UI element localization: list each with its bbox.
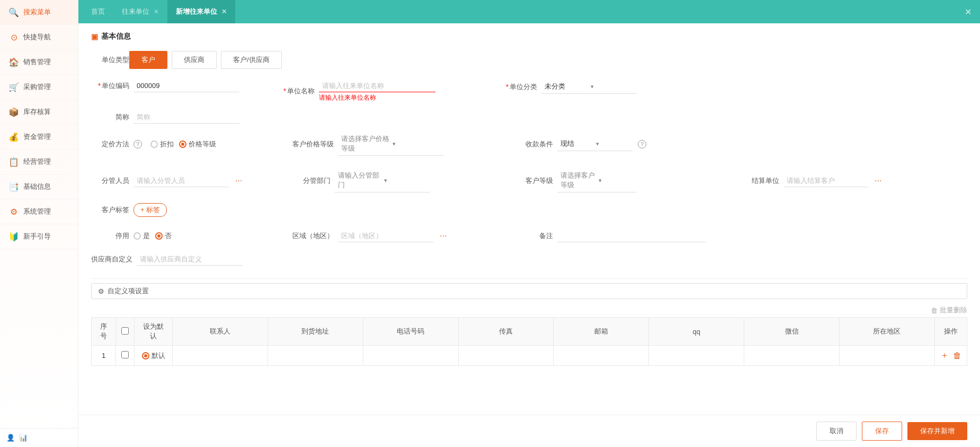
tab-partners-close[interactable]: ✕ — [154, 8, 159, 15]
cell-seq: 1 — [92, 346, 116, 366]
batch-bar: 🗑 批量删除 — [91, 305, 967, 315]
row-manager: 分管人员 ··· 分管部门 请输入分管部门 ▾ 客户等级 请选择客户等级 ▾ 结… — [91, 169, 967, 192]
manager-more-icon[interactable]: ··· — [233, 176, 244, 186]
select-all-checkbox[interactable] — [121, 327, 129, 335]
no-radio-dot — [155, 232, 163, 240]
field-manager: 分管人员 ··· — [91, 174, 292, 187]
region-input[interactable] — [338, 230, 433, 242]
sidebar-item-sales[interactable]: 🏠 销售管理 — [0, 50, 78, 75]
settlement-more-icon[interactable]: ··· — [872, 176, 884, 186]
tab-new-partner-close[interactable]: ✕ — [221, 8, 227, 15]
settlement-unit-input[interactable] — [783, 174, 868, 187]
area-input[interactable] — [845, 352, 929, 360]
sidebar-item-label: 资金管理 — [23, 132, 51, 142]
qq-input[interactable] — [654, 352, 738, 360]
inventory-icon: 📦 — [8, 107, 19, 117]
pricing-radio-discount[interactable]: 折扣 — [150, 139, 174, 149]
save-new-button[interactable]: 保存并新增 — [907, 422, 967, 440]
sidebar-item-system[interactable]: ⚙ 系统管理 — [0, 199, 78, 224]
supplier-custom-input[interactable] — [137, 253, 243, 266]
sidebar-item-purchase[interactable]: 🛒 采购管理 — [0, 75, 78, 100]
sidebar-item-quicknav[interactable]: ⊙ 快捷导航 — [0, 25, 78, 50]
chevron-down-icon: ▾ — [599, 177, 634, 184]
unit-type-group: 客户 供应商 客户/供应商 — [129, 51, 282, 69]
row-actions: ＋ 🗑 — [940, 350, 961, 361]
default-radio[interactable]: 默认 — [140, 351, 167, 361]
pricing-radio-price-level[interactable]: 价格等级 — [179, 139, 216, 149]
sidebar-item-basic[interactable]: 📑 基础信息 — [0, 174, 78, 199]
cell-wechat[interactable] — [744, 346, 840, 366]
price-level-label: 价格等级 — [189, 139, 216, 149]
sidebar-item-finance[interactable]: 💰 资金管理 — [0, 125, 78, 150]
payment-terms-tip-icon[interactable]: ? — [638, 140, 646, 148]
save-button[interactable]: 保存 — [862, 422, 902, 441]
add-tag-button[interactable]: + 标签 — [133, 203, 167, 217]
field-remark: 备注 — [515, 230, 967, 242]
cell-phone[interactable] — [363, 346, 458, 366]
close-all-tabs[interactable]: ✕ — [960, 7, 976, 17]
delete-row-icon[interactable]: 🗑 — [953, 351, 961, 361]
sidebar-item-label: 快捷导航 — [23, 32, 51, 42]
col-qq: qq — [649, 318, 744, 346]
sidebar-item-search[interactable]: 🔍 搜索菜单 — [0, 0, 78, 25]
cell-qq[interactable] — [649, 346, 744, 366]
unit-code-input[interactable] — [133, 80, 239, 92]
pricing-tip-icon[interactable]: ? — [133, 140, 142, 148]
type-btn-customer[interactable]: 客户 — [129, 51, 167, 69]
cell-area[interactable] — [840, 346, 935, 366]
contact-input[interactable] — [178, 352, 262, 360]
user-icon: 👤 — [6, 434, 15, 442]
disabled-radio-no[interactable]: 否 — [155, 231, 172, 241]
section-icon: ▣ — [91, 32, 98, 41]
wechat-input[interactable] — [750, 352, 834, 360]
unit-name-label: 单位名称 — [277, 86, 315, 96]
tab-new-partner[interactable]: 新增往来单位 ✕ — [167, 0, 235, 23]
chevron-down-icon: ▾ — [591, 83, 634, 90]
sidebar-item-operations[interactable]: 📋 经营管理 — [0, 150, 78, 174]
manager-input[interactable] — [133, 174, 229, 187]
cell-contact[interactable] — [172, 346, 268, 366]
type-btn-both[interactable]: 客户/供应商 — [221, 51, 282, 69]
short-name-input[interactable] — [133, 111, 239, 124]
customer-level-select[interactable]: 请选择客户等级 ▾ — [557, 169, 637, 192]
operations-icon: 📋 — [8, 156, 19, 167]
price-level-radio-dot — [179, 141, 186, 148]
unit-name-input[interactable] — [319, 80, 435, 92]
add-row-icon[interactable]: ＋ — [940, 350, 949, 361]
field-supplier-custom: 供应商自定义 — [91, 253, 292, 266]
department-label: 分管部门 — [292, 176, 331, 186]
tab-home[interactable]: 首页 — [83, 0, 113, 23]
cell-address[interactable] — [268, 346, 363, 366]
col-area: 所在地区 — [840, 318, 935, 346]
cell-fax[interactable] — [458, 346, 554, 366]
tab-partners[interactable]: 往来单位 ✕ — [113, 0, 167, 23]
email-input[interactable] — [559, 352, 643, 360]
payment-terms-label: 收款条件 — [515, 139, 553, 149]
payment-terms-select[interactable]: 现结 ▾ — [557, 137, 631, 151]
search-icon: 🔍 — [8, 7, 19, 17]
batch-delete-button[interactable]: 🗑 批量删除 — [931, 305, 967, 315]
sidebar-item-guide[interactable]: 🔰 新手引导 — [0, 224, 78, 249]
type-btn-supplier[interactable]: 供应商 — [172, 51, 217, 69]
cancel-button[interactable]: 取消 — [816, 422, 857, 441]
unit-category-select[interactable]: 未分类 ▾ — [541, 80, 637, 94]
region-more-icon[interactable]: ··· — [438, 231, 449, 241]
customer-price-level-select[interactable]: 请选择客户价格等级 ▾ — [338, 132, 444, 156]
cell-default: 默认 — [135, 346, 173, 366]
row-checkbox[interactable] — [121, 351, 129, 358]
finance-icon: 💰 — [8, 132, 19, 142]
fax-input[interactable] — [464, 352, 548, 360]
remark-input[interactable] — [557, 230, 706, 242]
cell-email[interactable] — [554, 346, 649, 366]
tab-partners-label: 往来单位 — [122, 7, 149, 16]
custom-settings-button[interactable]: ⚙ 自定义项设置 — [91, 283, 967, 299]
field-unit-category: 单位分类 未分类 ▾ — [499, 80, 967, 94]
address-input[interactable] — [273, 352, 358, 360]
payment-terms-value: 现结 — [560, 139, 593, 148]
department-select[interactable]: 请输入分管部门 ▾ — [335, 169, 430, 192]
disabled-radio-yes[interactable]: 是 — [133, 231, 150, 241]
phone-input[interactable] — [369, 352, 453, 360]
purchase-icon: 🛒 — [8, 82, 19, 92]
sidebar-item-inventory[interactable]: 📦 库存核算 — [0, 100, 78, 125]
pricing-radio-group: 折扣 价格等级 — [150, 139, 216, 149]
